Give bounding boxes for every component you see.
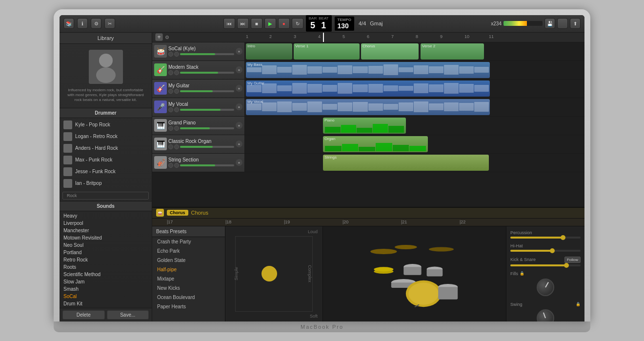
track-settings-piano[interactable]: ● xyxy=(236,122,242,129)
track-solo-vocal[interactable] xyxy=(174,107,179,112)
region-strings[interactable]: Strings xyxy=(323,155,489,171)
sound-manchester[interactable]: Manchester xyxy=(63,227,148,234)
stop-btn[interactable]: ■ xyxy=(251,18,262,29)
preset-ocean[interactable]: Ocean Boulevard xyxy=(152,293,225,302)
region-guitar[interactable]: My Guitar xyxy=(246,80,490,97)
track-volume-bass[interactable] xyxy=(180,72,234,74)
track-settings-guitar[interactable]: ● xyxy=(236,85,242,92)
cycle-btn[interactable]: ↻ xyxy=(292,18,303,29)
track-settings-organ[interactable]: ● xyxy=(236,140,242,147)
track-timeline-piano[interactable]: Piano xyxy=(245,117,584,135)
sound-retro-rock[interactable]: Retro Rock xyxy=(63,256,148,263)
add-track-btn[interactable]: + xyxy=(155,33,163,41)
preset-new-kicks[interactable]: New Kicks xyxy=(152,283,225,293)
track-volume-strings[interactable] xyxy=(180,164,234,166)
sound-smash[interactable]: Smash xyxy=(63,285,148,293)
sound-portland[interactable]: Portland xyxy=(63,249,148,256)
region-vocal[interactable]: My Vocal xyxy=(246,99,490,115)
share-btn[interactable]: ⬆ xyxy=(570,18,581,29)
region-intro[interactable]: Intro xyxy=(246,43,292,60)
track-solo-socal[interactable] xyxy=(174,52,179,57)
drummer-item-ian[interactable]: Ian - Britpop xyxy=(60,178,152,189)
drummer-item-kyle[interactable]: Kyle - Pop Rock xyxy=(60,119,152,131)
fast-forward-btn[interactable]: ⏭ xyxy=(237,18,249,29)
drummer-item-anders[interactable]: Anders - Hard Rock xyxy=(60,142,152,154)
percussion-slider[interactable] xyxy=(510,237,581,239)
scissors-btn[interactable]: ✂ xyxy=(104,18,115,29)
track-mute-guitar[interactable] xyxy=(168,89,173,94)
track-mute-socal[interactable] xyxy=(168,52,173,57)
track-solo-organ[interactable] xyxy=(174,144,179,149)
preset-paper[interactable]: Paper Hearts xyxy=(152,302,225,311)
track-solo-strings[interactable] xyxy=(174,163,179,168)
preset-echo[interactable]: Echo Park xyxy=(152,246,225,256)
track-options-btn[interactable]: ⚙ xyxy=(165,35,169,40)
track-settings-bass[interactable]: ● xyxy=(236,66,242,73)
library-btn[interactable]: 📚 xyxy=(63,18,74,29)
track-timeline-bass[interactable]: My Bass xyxy=(245,61,584,79)
swing-knob[interactable] xyxy=(537,309,554,321)
track-volume-piano[interactable] xyxy=(180,127,234,129)
info-btn[interactable]: ℹ xyxy=(77,18,88,29)
track-timeline-strings[interactable]: Strings xyxy=(245,154,584,172)
track-timeline-organ[interactable]: Organ xyxy=(245,135,584,153)
rewind-btn[interactable]: ⏮ xyxy=(223,18,235,29)
record-btn[interactable]: ● xyxy=(278,18,290,29)
sound-socal[interactable]: SoCal xyxy=(63,293,148,300)
track-timeline-vocal[interactable]: My Vocal xyxy=(245,98,584,116)
region-verse1[interactable]: Verse 1 xyxy=(294,43,360,60)
sound-scientific[interactable]: Scientific Method xyxy=(63,271,148,278)
track-mute-organ[interactable] xyxy=(168,144,173,149)
region-verse2[interactable]: Verse 2 xyxy=(421,43,484,60)
save-preset-btn[interactable]: Save... xyxy=(107,310,149,320)
sound-heavy[interactable]: Heavy xyxy=(63,212,148,220)
drummer-item-jesse[interactable]: Jesse - Funk Rock xyxy=(60,166,152,178)
play-btn[interactable]: ▶ xyxy=(264,18,276,29)
track-mute-bass[interactable] xyxy=(168,70,173,75)
track-solo-piano[interactable] xyxy=(174,126,179,131)
metronome-btn[interactable] xyxy=(557,18,568,29)
pad-area[interactable]: Loud Soft Simple Complex xyxy=(225,226,323,321)
pad-circle[interactable] xyxy=(262,266,277,281)
follow-btn[interactable]: Follow xyxy=(564,257,581,263)
track-mute-strings[interactable] xyxy=(168,163,173,168)
delete-btn[interactable]: Delete xyxy=(62,310,105,320)
hihat-slider[interactable] xyxy=(510,250,581,252)
track-volume-socal[interactable] xyxy=(180,53,234,55)
track-solo-bass[interactable] xyxy=(174,70,179,75)
track-solo-guitar[interactable] xyxy=(174,89,179,94)
drummer-item-logan[interactable]: Logan - Retro Rock xyxy=(60,131,152,142)
kick-slider[interactable] xyxy=(510,264,581,266)
settings-btn[interactable]: ⚙ xyxy=(91,18,101,29)
track-settings-strings[interactable]: ● xyxy=(236,159,242,166)
track-mute-piano[interactable] xyxy=(168,126,173,131)
sound-neo-soul[interactable]: Neo Soul xyxy=(63,241,148,249)
tempo-display[interactable]: TEMPO 130 xyxy=(334,16,355,31)
track-timeline-socal[interactable]: Intro Verse 1 Chorus Verse xyxy=(245,42,584,60)
drummer-item-max[interactable]: Max - Punk Rock xyxy=(60,154,152,166)
region-organ[interactable]: Organ xyxy=(323,136,428,152)
region-bass[interactable]: My Bass xyxy=(246,62,490,78)
track-volume-vocal[interactable] xyxy=(180,109,234,111)
sound-drum-kit[interactable]: Drum Kit xyxy=(63,300,148,307)
region-chorus[interactable]: Chorus xyxy=(361,43,419,60)
sound-roots[interactable]: Roots xyxy=(63,263,148,271)
preset-crash[interactable]: Crash the Party xyxy=(152,237,225,246)
track-settings-socal[interactable]: ● xyxy=(236,48,242,55)
track-volume-organ[interactable] xyxy=(180,146,234,148)
genre-badge[interactable]: Rock xyxy=(62,192,149,200)
preset-golden[interactable]: Golden State xyxy=(152,256,225,265)
region-piano[interactable]: Piano xyxy=(323,118,406,134)
preset-halfpipe[interactable]: Half-pipe xyxy=(152,265,225,274)
sound-motown[interactable]: Motown Revisited xyxy=(63,234,148,241)
sound-slow-jam[interactable]: Slow Jam xyxy=(63,278,148,285)
track-volume-guitar[interactable] xyxy=(180,90,234,92)
save-btn[interactable]: 💾 xyxy=(544,18,555,29)
sound-liverpool[interactable]: Liverpool xyxy=(63,220,148,227)
track-timeline-guitar[interactable]: My Guitar xyxy=(245,80,584,98)
track-settings-vocal[interactable]: ● xyxy=(236,103,242,110)
time-sig[interactable]: 4/4 xyxy=(357,20,368,27)
preset-mixtape[interactable]: Mixtape xyxy=(152,274,225,283)
fills-knob[interactable] xyxy=(537,279,554,296)
track-mute-vocal[interactable] xyxy=(168,107,173,112)
